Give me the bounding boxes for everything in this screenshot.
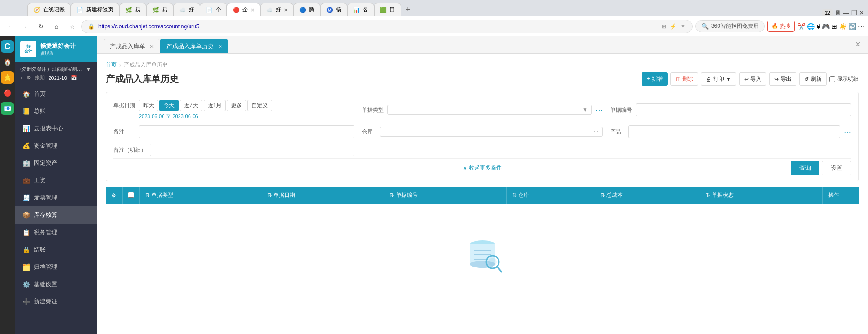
tab-list-close[interactable]: ×	[150, 43, 154, 50]
brightness-icon[interactable]: ☀️	[839, 23, 847, 30]
browser-tab-7[interactable]: 🔴 企 ×	[227, 3, 260, 16]
tab-close-8[interactable]: ×	[284, 6, 288, 14]
add-company-btn[interactable]: +	[20, 75, 23, 81]
show-fields-toggle[interactable]: 显示明细	[829, 75, 859, 83]
restore-button[interactable]: ❐	[851, 9, 857, 16]
browser-tab-11[interactable]: 📊 各	[347, 3, 374, 16]
date-btn-custom[interactable]: 自定义	[247, 100, 272, 111]
add-button[interactable]: + 新增	[642, 72, 667, 86]
date-filter-buttons: 昨天 今天 近7天 近1月 更多 自定义 2023-06-06 至 2023-0…	[139, 100, 272, 120]
sidebar-item-assets[interactable]: 🏢 固定资产	[15, 154, 97, 172]
note-input[interactable]	[139, 125, 354, 138]
search-settings-button[interactable]: 设置	[822, 161, 851, 175]
undo-icon[interactable]: ↩️	[848, 23, 856, 30]
sidebar-item-reports[interactable]: 📊 云报表中心	[15, 120, 97, 137]
date-btn-today[interactable]: 今天	[159, 100, 179, 111]
bookmark-button[interactable]: ☆	[66, 20, 78, 33]
sidebar-home-icon[interactable]: 🏠	[1, 56, 14, 68]
game-icon[interactable]: 🎮	[822, 23, 830, 30]
breadcrumb-home[interactable]: 首页	[106, 61, 117, 69]
tab-close-7[interactable]: ×	[251, 6, 254, 14]
refresh-button[interactable]: ↺ 刷新	[799, 72, 827, 86]
sidebar-item-settings[interactable]: ⚙️ 基础设置	[15, 276, 97, 293]
refresh-button[interactable]: ↻	[35, 20, 47, 33]
window-icon[interactable]: 🖥	[835, 9, 841, 16]
hot-search-button[interactable]: 🔥 热搜	[767, 21, 795, 32]
delete-button[interactable]: 🗑 删除	[670, 72, 698, 86]
dropdown-arrow-icon[interactable]: ▼	[680, 23, 686, 30]
browser-tab-12[interactable]: 🟩 目	[374, 3, 401, 16]
sidebar-item-home[interactable]: 🏠 首页	[15, 85, 97, 103]
th-bill-status[interactable]: ⇅ 单据状态	[700, 187, 822, 204]
bill-no-input[interactable]	[636, 103, 851, 116]
tab-history-close[interactable]: ×	[218, 43, 222, 50]
th-checkbox[interactable]	[122, 187, 139, 204]
browser-tab-5[interactable]: ☁️ 好	[173, 3, 200, 16]
browser-tab-3[interactable]: 🌿 易	[119, 3, 146, 16]
date-btn-1month[interactable]: 近1月	[204, 100, 226, 111]
home-button[interactable]: ⌂	[50, 20, 63, 33]
sidebar-email-icon[interactable]: 📧	[1, 102, 14, 115]
translate-icon[interactable]: 🌐	[807, 23, 815, 30]
print-button[interactable]: 🖨 打印 ▼	[701, 72, 736, 86]
page-tab-history[interactable]: 产成品入库单历史 ×	[160, 39, 228, 53]
sidebar-item-invoices[interactable]: 🧾 发票管理	[15, 189, 97, 206]
show-fields-input[interactable]	[829, 76, 835, 82]
browser-tab-9[interactable]: 🔵 腾	[293, 3, 320, 16]
select-all-checkbox[interactable]	[128, 192, 134, 198]
product-more-btn[interactable]: ⋯	[844, 128, 851, 136]
settings-icon-small[interactable]: ⚙	[26, 75, 31, 81]
browser-tab-1[interactable]: 🧭 在线记账	[27, 3, 71, 16]
minimize-button[interactable]: —	[843, 9, 849, 16]
sidebar-item-newbill[interactable]: ➕ 新建凭证	[15, 293, 97, 310]
browser-tab-2[interactable]: 📄 新建标签页	[71, 3, 119, 16]
th-bill-date[interactable]: ⇅ 单据日期	[262, 187, 384, 204]
apps-icon[interactable]: ⊞	[832, 23, 837, 30]
app-logo-icon[interactable]: C	[1, 40, 14, 53]
home-nav-icon: 🏠	[22, 90, 30, 98]
bill-type-more-btn[interactable]: ⋯	[596, 106, 603, 114]
th-settings[interactable]: ⚙	[106, 187, 122, 204]
query-button[interactable]: 查询	[791, 161, 819, 175]
sidebar-item-inventory[interactable]: 📦 库存核算	[15, 206, 97, 224]
sidebar-item-funds[interactable]: 💰 资金管理	[15, 137, 97, 154]
warehouse-select[interactable]: ⋯	[380, 127, 603, 137]
sidebar-item-archive[interactable]: 🗂️ 归档管理	[15, 258, 97, 276]
th-bill-type[interactable]: ⇅ 单据类型	[139, 187, 262, 204]
note-detail-input[interactable]	[150, 144, 354, 156]
date-btn-7days[interactable]: 近7天	[180, 100, 202, 111]
content-close-button[interactable]: ✕	[855, 40, 861, 49]
product-input[interactable]	[628, 125, 840, 138]
import-button[interactable]: ↩ 导入	[739, 72, 766, 86]
more-icon[interactable]: ⋯	[858, 23, 864, 30]
scissors-icon[interactable]: ✂️	[797, 23, 805, 30]
page-tab-list[interactable]: 产成品入库单 ×	[104, 39, 159, 53]
th-warehouse[interactable]: ⇅ 仓库	[506, 187, 595, 204]
browser-tab-8[interactable]: ☁️ 好 ×	[260, 3, 293, 16]
browser-search-box[interactable]: 🔍 360智能抠图免费用	[695, 20, 765, 32]
browser-tab-4[interactable]: 🌿 易	[146, 3, 173, 16]
address-input[interactable]: 🔒 https://cloud.chanjet.com/accounting/u…	[81, 20, 693, 33]
sidebar-item-ledger[interactable]: 📒 总账	[15, 103, 97, 120]
forward-button[interactable]: ›	[19, 20, 32, 33]
browser-tab-10[interactable]: Ⓜ️ 畅	[320, 3, 347, 16]
th-total-cost[interactable]: ⇅ 总成本	[595, 187, 700, 204]
th-bill-no[interactable]: ⇅ 单据编号	[384, 187, 506, 204]
date-btn-more[interactable]: 更多	[227, 100, 246, 111]
calendar-icon[interactable]: 📅	[71, 75, 77, 81]
sidebar-star-icon[interactable]: ⭐	[1, 71, 14, 84]
date-btn-yesterday[interactable]: 昨天	[139, 100, 158, 111]
back-button[interactable]: ‹	[4, 20, 16, 33]
close-window-button[interactable]: ✕	[859, 9, 864, 16]
sidebar-item-payroll[interactable]: 💼 工资	[15, 172, 97, 189]
company-selector[interactable]: (勿删勿禁用）江西服宝测试专用 ▼ + ⚙ 账期 2021-10 📅	[15, 62, 97, 85]
collapse-button[interactable]: ∧ 收起更多条件	[459, 162, 505, 174]
browser-tab-6[interactable]: 📄 个	[200, 3, 227, 16]
sidebar-item-close[interactable]: 🔒 结账	[15, 241, 97, 258]
export-button[interactable]: ↪ 导出	[769, 72, 796, 86]
yen-icon[interactable]: ¥	[817, 23, 820, 30]
sidebar-item-tax[interactable]: 📋 税务管理	[15, 224, 97, 241]
bill-type-select[interactable]: ▼	[387, 105, 592, 115]
sidebar-weibo-icon[interactable]: 🔴	[1, 87, 14, 99]
new-tab-button[interactable]: +	[401, 3, 415, 16]
